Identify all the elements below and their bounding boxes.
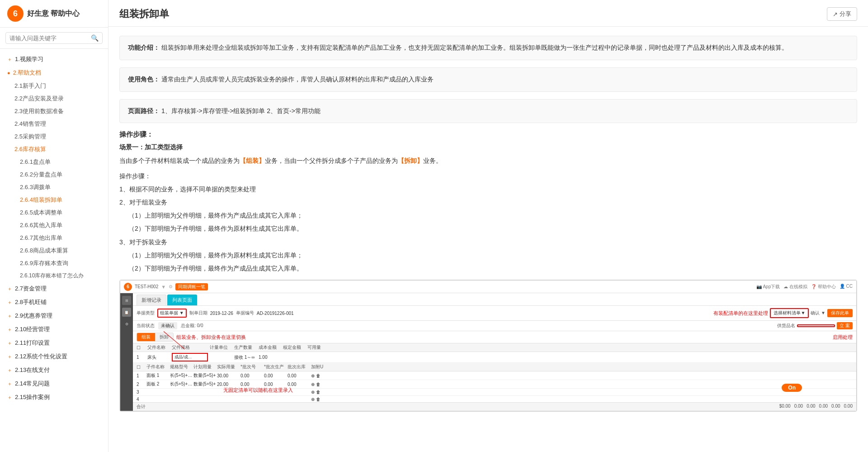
mock-bom-select: 选择材料清单▼ (770, 308, 809, 318)
sidebar-item-2-15[interactable]: ＋ 2.15操作案例 (0, 390, 108, 404)
screenshot-container: 6 TEST-H002 ▼ ⚙ 同期调账一笔 📷 App下载 ☁ 在线模拟 ❓ … (119, 280, 857, 412)
plus-icon-10: ＋ (7, 394, 12, 401)
func-intro-section: 功能介绍： 组装拆卸单用来处理企业组装或拆卸等加工业务，支持有固定装配清单的产品… (119, 36, 857, 60)
mock-screenshot: 6 TEST-H002 ▼ ⚙ 同期调账一笔 📷 App下载 ☁ 在线模拟 ❓ … (120, 280, 857, 411)
sidebar-item-2-6-10[interactable]: 2.6.10库存账本错了怎么办 (0, 270, 108, 282)
sidebar-item-2-6-5[interactable]: 2.6.5成本调整单 (0, 206, 108, 219)
mock-table-header2: ☐ 子件名称 规格型号 计划用量 实际用量 *批次号 *批次生产 批次出库 加附… (133, 363, 856, 371)
ops-steps-title: 操作步骤： (119, 171, 857, 182)
mock-toggle-row: 组装 拆卸 组装业务、拆卸业务在这里切换 启用处理 (133, 331, 856, 343)
mock-type-select: 组装单据 ▼ (157, 309, 187, 318)
step3: 3、对于拆装业务 (119, 237, 857, 248)
sidebar-item-2-9[interactable]: ＋ 2.9优惠券管理 (0, 309, 108, 323)
mock-topbar: 6 TEST-H002 ▼ ⚙ 同期调账一笔 📷 App下载 ☁ 在线模拟 ❓ … (120, 281, 856, 293)
mock-footer: 合计 $0.00 0.00 0.00 0.00 0.00 0.00 (133, 402, 856, 411)
sidebar-item-2-2[interactable]: 2.2产品安装及登录 (0, 92, 108, 105)
sidebar-item-2-12[interactable]: ＋ 2.12系统个性化设置 (0, 350, 108, 363)
step2: 2、对于组装业务 (119, 197, 857, 208)
sidebar-item-2[interactable]: ● 2.帮助文档 (0, 66, 108, 80)
step2-1: （1）上部明细为父件明细，最终作为产成品生成其它入库单； (119, 210, 857, 221)
sidebar-nav: ＋ 1.视频学习 ● 2.帮助文档 2.1新手入门 2.2产品安装及登录 2.3… (0, 49, 108, 452)
mock-sub-row1: 1 面板 1 长(5+5)+… 数量(5+5)+ 30.00 0.00 0.00… (133, 371, 856, 380)
role-section: 使用角色： 通常由生产人员或库管人员完成拆装业务的操作，库管人员确认原材料的出库… (119, 67, 857, 92)
plus-icon: ＋ (7, 56, 12, 63)
sidebar-item-2-1[interactable]: 2.1新手入门 (0, 80, 108, 92)
scene1-desc: 当由多个子件材料组装成一个成品的业务为【组装】业务，当由一个父件拆分成多个子产品… (119, 155, 857, 167)
search-input-wrap[interactable]: 🔍 (5, 32, 103, 44)
plus-icon-4: ＋ (7, 313, 12, 319)
path-section: 页面路径： 1、库存核算->库存管理->组装拆卸单 2、首页->常用功能 (119, 99, 857, 124)
sidebar-item-2-14[interactable]: ＋ 2.14常见问题 (0, 377, 108, 390)
plus-icon-5: ＋ (7, 326, 12, 333)
search-box: 🔍 (0, 28, 108, 49)
sidebar-item-2-6-1[interactable]: 2.6.1盘点单 (0, 156, 108, 168)
annot-no-bom: 无固定清单可以随机在这里录入 (223, 387, 293, 394)
main-header: 组装拆卸单 ↗ 分享 (108, 0, 868, 27)
plus-icon-3: ＋ (7, 299, 12, 306)
minus-icon: ● (7, 70, 10, 76)
plus-icon-8: ＋ (7, 367, 12, 374)
sidebar-item-2-13[interactable]: ＋ 2.13在线支付 (0, 363, 108, 377)
scene1-title: 场景一：加工类型选择 (119, 143, 857, 152)
sidebar-item-1[interactable]: ＋ 1.视频学习 (0, 52, 108, 66)
search-icon[interactable]: 🔍 (91, 34, 99, 42)
mock-table-header: ☐ 父件名称 父件规格 计量单位 生产数量 成本金额 核定金额 可用量 (133, 343, 856, 352)
sidebar-item-2-8[interactable]: ＋ 2.8手机旺铺 (0, 295, 108, 309)
sidebar-item-2-6-2[interactable]: 2.6.2分量盘点单 (0, 168, 108, 181)
sidebar-item-2-10[interactable]: ＋ 2.10经营管理 (0, 323, 108, 336)
plus-icon-2: ＋ (7, 285, 12, 292)
ops-title: 操作步骤： (119, 130, 857, 139)
plus-icon-7: ＋ (7, 353, 12, 360)
sidebar-title: 好生意 帮助中心 (27, 9, 80, 19)
plus-icon-6: ＋ (7, 340, 12, 347)
sidebar-logo: 6 (7, 5, 24, 22)
mock-table-row1: 1 床头 成品/成… 接收 1～∞ 1.00 (133, 352, 856, 363)
sidebar-item-2-6[interactable]: 2.6库存核算 (0, 143, 108, 156)
ops-steps: 操作步骤： 1、根据不同的业务，选择不同单据的类型来处理 2、对于组装业务 （1… (119, 171, 857, 275)
step2-2: （2）下部明细为子件明细，最终作为原材料生成其它出库单。 (119, 223, 857, 234)
mock-logo: 6 (124, 283, 132, 291)
mock-tabs: 新增记录 列表页面 (133, 293, 856, 306)
sidebar-item-2-6-4[interactable]: 2.6.4组装拆卸单 (0, 194, 108, 206)
sidebar-item-2-6-8[interactable]: 2.6.8商品成本重算 (0, 244, 108, 257)
sidebar-item-2-3[interactable]: 2.3使用前数据准备 (0, 105, 108, 118)
step3-1: （1）上部明细为父件明细，最终作为原材料生成其它出库单； (119, 250, 857, 261)
main-body: 功能介绍： 组装拆卸单用来处理企业组装或拆卸等加工业务，支持有固定装配清单的产品… (108, 27, 868, 452)
sidebar-header: 6 好生意 帮助中心 (0, 0, 108, 28)
sidebar-item-2-6-9[interactable]: 2.6.9库存账本查询 (0, 257, 108, 270)
step3-2: （2）下部明细为子件明细，最终作为产成品生成其它入库单。 (119, 263, 857, 274)
sidebar-item-2-6-6[interactable]: 2.6.6其他入库单 (0, 219, 108, 232)
page-title: 组装拆卸单 (119, 7, 169, 21)
share-icon: ↗ (833, 11, 838, 18)
mock-sidebar-strip: ⊞ 📋 ⚙ (120, 293, 133, 411)
sidebar-item-2-4[interactable]: 2.4销售管理 (0, 118, 108, 130)
mock-form-row: 单据类型 组装单据 ▼ 制单日期 2019-12-26 单据编号 AD-2019… (133, 306, 856, 321)
mock-toggle: 组装 拆卸 (137, 333, 174, 342)
plus-icon-9: ＋ (7, 381, 12, 387)
main-content-area: 组装拆卸单 ↗ 分享 功能介绍： 组装拆卸单用来处理企业组装或拆卸等加工业务，支… (108, 0, 868, 452)
mock-info-row: 当前状态 未确认 总金额: 0/0 供货品名 立 案 (133, 321, 856, 331)
sidebar-item-2-6-3[interactable]: 2.6.3调拨单 (0, 181, 108, 194)
annot-on: On (782, 384, 802, 392)
sidebar-item-2-7[interactable]: ＋ 2.7资金管理 (0, 282, 108, 295)
search-input[interactable] (9, 35, 91, 42)
mock-main-area: 新增记录 列表页面 单据类型 组装单据 ▼ 制单日期 2019-12-26 单据… (133, 293, 856, 411)
step1: 1、根据不同的业务，选择不同单据的类型来处理 (119, 184, 857, 195)
share-button[interactable]: ↗ 分享 (827, 7, 857, 21)
sidebar-item-2-11[interactable]: ＋ 2.11打印设置 (0, 336, 108, 350)
sidebar-item-2-6-7[interactable]: 2.6.7其他出库单 (0, 232, 108, 244)
ops-section: 操作步骤： 场景一：加工类型选择 当由多个子件材料组装成一个成品的业务为【组装】… (119, 130, 857, 412)
sidebar-item-2-5[interactable]: 2.5采购管理 (0, 130, 108, 143)
sidebar: 6 好生意 帮助中心 🔍 ＋ 1.视频学习 ● 2.帮助文档 2.1新手入门 2… (0, 0, 108, 452)
